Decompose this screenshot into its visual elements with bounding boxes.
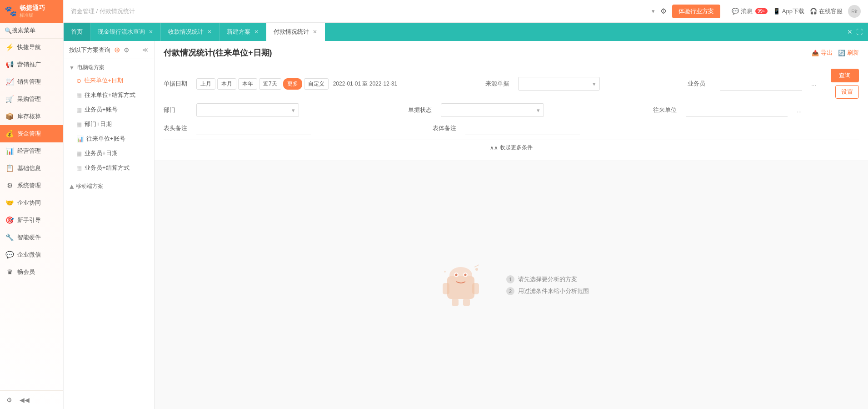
schema-item-staff-date[interactable]: ▦ 业务员+日期 (64, 146, 154, 161)
filter-row-3: 表头备注 表体备注 (164, 121, 859, 135)
sidebar-item-smart[interactable]: 🔧 智能硬件 (0, 229, 63, 246)
date-btn-more[interactable]: 更多 (283, 78, 302, 90)
sidebar-item-purchase[interactable]: 🛒 采购管理 (0, 91, 63, 108)
note-body-input[interactable] (465, 121, 580, 135)
svg-rect-2 (472, 283, 479, 294)
sidebar-item-inventory[interactable]: 📦 库存核算 (0, 108, 63, 125)
page-title: 付款情况统计(往来单位+日期) (164, 47, 272, 58)
source-bill-arrow: ▾ (593, 81, 596, 87)
empty-tip-2: 2 用过滤条件来缩小分析范围 (506, 287, 589, 295)
note-header-label: 表头备注 (164, 124, 189, 132)
add-schema-btn[interactable]: ⊕ (114, 45, 120, 54)
payment-stats-tab-close[interactable]: ✕ (313, 29, 317, 35)
sidebar-collapse-btn[interactable]: ◀◀ (18, 394, 31, 405)
query-btn[interactable]: 查询 (831, 69, 859, 82)
download-icon: 📱 (773, 8, 780, 15)
bill-status-select[interactable]: ▾ (441, 103, 544, 117)
date-btn-this-year[interactable]: 本年 (238, 78, 257, 90)
tab-receipt-stats[interactable]: 收款情况统计 ✕ (161, 23, 219, 41)
export-btn[interactable]: 📤 导出 (812, 49, 833, 57)
tab-payment-stats[interactable]: 付款情况统计 ✕ (266, 23, 325, 41)
note-header-input[interactable] (196, 121, 311, 135)
tab-expand-btn[interactable]: ⛶ (856, 28, 863, 35)
pc-group-title[interactable]: ▼ 电脑端方案 (64, 62, 154, 73)
schema-item-staff-account[interactable]: ▦ 业务员+账号 (64, 102, 154, 117)
sidebar-item-basic-info[interactable]: 📋 基础信息 (0, 160, 63, 177)
source-bill-select[interactable]: ▾ (518, 77, 600, 91)
sidebar-search[interactable]: 🔍 搜索菜单 (0, 23, 63, 39)
sidebar-menu: ⚡ 快捷导航 📢 营销推广 📈 销售管理 🛒 采购管理 📦 库存核算 💰 资金管… (0, 39, 63, 390)
trial-btn[interactable]: 体验行业方案 (672, 5, 720, 18)
tab-bank-flow[interactable]: 现金银行流水查询 ✕ (90, 23, 161, 41)
app-download-label: App下载 (782, 7, 804, 15)
tab-home[interactable]: 首页 (64, 23, 90, 41)
receipt-stats-tab-close[interactable]: ✕ (207, 29, 212, 35)
empty-area: 1 请先选择要分析的方案 2 用过滤条件来缩小分析范围 (155, 161, 868, 409)
avatar[interactable]: Rit (848, 5, 861, 18)
partner-dots[interactable]: ... (797, 107, 802, 114)
sidebar-item-member[interactable]: ♛ 畅会员 (0, 263, 63, 281)
service-icon: 🎧 (810, 8, 817, 15)
messages-label: 消息 (741, 7, 753, 15)
sidebar-item-operation[interactable]: 📊 经营管理 (0, 142, 63, 160)
schema-item-unit-account[interactable]: 📊 往来单位+账号 (64, 131, 154, 146)
schema-item-staff-settlement[interactable]: ▦ 业务员+结算方式 (64, 161, 154, 175)
bank-flow-tab-close[interactable]: ✕ (149, 29, 153, 35)
app-download-btn[interactable]: 📱 App下载 (773, 7, 804, 15)
svg-point-9 (464, 273, 467, 276)
schema-item-unit-date[interactable]: ⊙ 往来单位+日期 (64, 73, 154, 88)
schema-icon: ▦ (76, 150, 82, 157)
search-label: 搜索菜单 (12, 26, 35, 35)
pc-schema-group: ▼ 电脑端方案 ⊙ 往来单位+日期 ▦ 往来单位+结算方式 ▦ 业务员+账号 ▦ (64, 59, 154, 178)
left-panel-header: 按以下方案查询 ⊕ ⚙ ≪ (64, 41, 154, 59)
svg-point-11 (444, 271, 446, 273)
date-btn-last-month[interactable]: 上月 (196, 78, 215, 90)
left-panel-collapse-btn[interactable]: ≪ (142, 46, 149, 53)
date-btn-this-month[interactable]: 本月 (217, 78, 236, 90)
sidebar-item-system[interactable]: ⚙ 系统管理 (0, 177, 63, 194)
svg-point-5 (449, 267, 472, 283)
tab-new-plan[interactable]: 新建方案 ✕ (219, 23, 266, 41)
tab-actions: ✕ ⛶ (842, 23, 868, 41)
new-plan-tab-close[interactable]: ✕ (254, 29, 259, 35)
mobile-group-arrow: ▶ (68, 184, 75, 188)
partner-input[interactable] (686, 103, 788, 117)
mobile-group-title[interactable]: ▶ 移动端方案 (64, 181, 154, 192)
sidebar-item-weixin[interactable]: 💬 企业微信 (0, 246, 63, 263)
sidebar-item-sales[interactable]: 📈 销售管理 (0, 73, 63, 91)
sidebar-item-marketing[interactable]: 📢 营销推广 (0, 56, 63, 73)
staff-input[interactable] (720, 77, 802, 91)
tab-close-all-btn[interactable]: ✕ (847, 28, 853, 35)
staff-dots[interactable]: ... (811, 81, 816, 87)
sidebar-settings-btn[interactable]: ⚙ (5, 394, 14, 405)
messages-btn[interactable]: 💬 消息 99+ (732, 7, 768, 15)
filter-row-1: 单据日期 上月 本月 本年 近7天 更多 自定义 2022-01-01 至 20… (164, 69, 859, 99)
export-label: 导出 (821, 49, 833, 57)
date-btn-custom[interactable]: 自定义 (304, 78, 329, 90)
sidebar-item-finance[interactable]: 💰 资金管理 (0, 125, 63, 142)
online-service-btn[interactable]: 🎧 在线客服 (810, 7, 843, 15)
search-icon: 🔍 (5, 27, 12, 34)
staff-label: 业务员 (688, 80, 713, 88)
sidebar-item-quick-nav[interactable]: ⚡ 快捷导航 (0, 39, 63, 56)
mobile-schema-group: ▶ 移动端方案 (64, 178, 154, 195)
schema-settings-btn[interactable]: ⚙ (124, 46, 130, 54)
purchase-icon: 🛒 (5, 95, 14, 103)
collapse-more-btn[interactable]: ∧∧ 收起更多条件 (164, 140, 859, 155)
refresh-btn[interactable]: 🔄 刷新 (838, 49, 859, 57)
dropdown-arrow-icon[interactable]: ▾ (652, 8, 655, 15)
home-tab-label: 首页 (71, 28, 83, 36)
dept-select[interactable]: ▾ (196, 103, 299, 117)
filter-settings-btn[interactable]: 设置 (835, 85, 859, 99)
schema-item-unit-settlement[interactable]: ▦ 往来单位+结算方式 (64, 88, 154, 102)
date-btn-last-7-days[interactable]: 近7天 (259, 78, 281, 90)
topbar-settings-icon[interactable]: ⚙ (660, 7, 667, 15)
receipt-stats-tab-label: 收款情况统计 (168, 28, 204, 36)
operation-icon: 📊 (5, 147, 14, 155)
quick-nav-icon: ⚡ (5, 43, 14, 51)
sidebar-item-enterprise[interactable]: 🤝 企业协同 (0, 194, 63, 212)
sidebar-item-guide[interactable]: 🎯 新手引导 (0, 212, 63, 229)
schema-item-dept-date[interactable]: ▦ 部门+日期 (64, 117, 154, 131)
sidebar-item-label: 企业微信 (17, 251, 41, 259)
mobile-group-label: 移动端方案 (76, 182, 103, 190)
